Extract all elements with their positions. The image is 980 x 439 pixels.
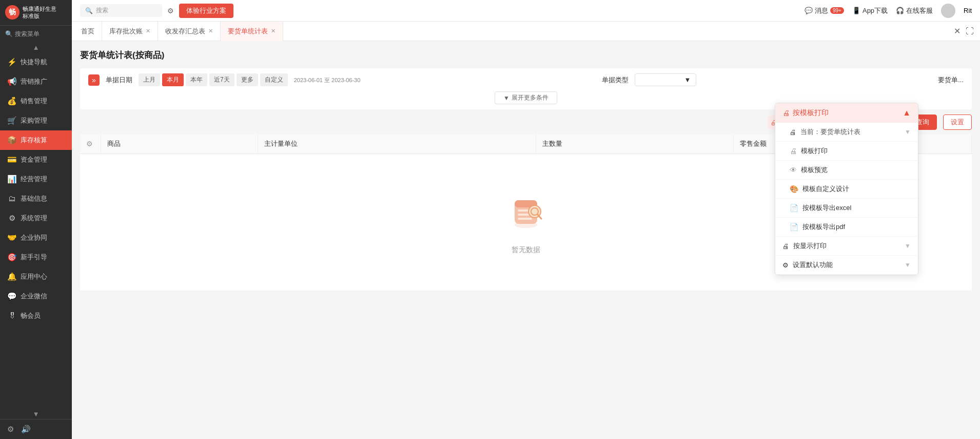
dropdown-item-template-print[interactable]: 🖨 模板打印 xyxy=(775,142,918,161)
tab-collection-summary[interactable]: 收发存汇总表 ✕ xyxy=(158,22,221,41)
filter-date-custom[interactable]: 自定义 xyxy=(260,73,288,86)
search-placeholder-text: 搜索 xyxy=(96,6,108,15)
dropdown-close-btn[interactable]: ▲ xyxy=(903,108,911,118)
logo-name: 畅康通好生意 xyxy=(23,5,56,12)
type-filter-label: 单据类型 xyxy=(602,75,629,85)
tab-home-label: 首页 xyxy=(81,27,94,36)
col-qty: 主数量 xyxy=(536,134,734,154)
sidebar-scroll-down[interactable]: ▼ xyxy=(0,409,72,419)
header-online-service[interactable]: 🎧 在线客服 xyxy=(896,6,933,15)
header-gear-icon[interactable]: ⚙ xyxy=(167,7,174,15)
tab-inventory-batch-label: 库存批次账 xyxy=(109,27,143,36)
sidebar-item-purchase[interactable]: 🛒 采购管理 xyxy=(0,111,72,130)
user-avatar[interactable] xyxy=(941,4,955,18)
system-icon: ⚙ xyxy=(7,214,16,223)
sidebar-search[interactable]: 🔍 搜索菜单 xyxy=(0,26,72,43)
empty-text: 暂无数据 xyxy=(512,245,540,255)
page-content: 要货单统计表(按商品) » 单据日期 上月 本月 本年 近7天 更多 自定义 2… xyxy=(72,41,980,439)
purchase-icon: 🛒 xyxy=(7,116,16,125)
svg-rect-4 xyxy=(518,214,530,216)
dropdown-item-set-default[interactable]: ⚙ 设置默认功能 ▼ xyxy=(775,256,918,275)
logo-sub: 标准版 xyxy=(23,12,56,20)
trial-button[interactable]: 体验行业方案 xyxy=(179,4,233,18)
expand-row: ▼ 展开更多条件 xyxy=(88,90,964,104)
filter-date-more[interactable]: 更多 xyxy=(237,73,258,86)
filter-date-this-year[interactable]: 本年 xyxy=(186,73,207,86)
sidebar-item-label: 资金管理 xyxy=(21,155,47,164)
tab-window-close-btn[interactable]: ✕ xyxy=(954,26,961,36)
sidebar-item-operation[interactable]: 📊 经营管理 xyxy=(0,169,72,189)
header-right: 💬 消息 99+ 📱 App下载 🎧 在线客服 Rit xyxy=(805,4,972,18)
dropdown-print-icon: 🖨 xyxy=(782,109,790,117)
dropdown-item-template-design[interactable]: 🎨 模板自定义设计 xyxy=(775,180,918,199)
sidebar-item-label: 基础信息 xyxy=(21,194,47,203)
tab-collection-summary-close[interactable]: ✕ xyxy=(208,28,213,34)
filter-collapse-btn[interactable]: » xyxy=(88,74,100,86)
sidebar-item-system[interactable]: ⚙ 系统管理 xyxy=(0,208,72,228)
header-messages[interactable]: 💬 消息 99+ xyxy=(805,6,844,15)
tab-home[interactable]: 首页 xyxy=(78,22,102,41)
expand-label: 展开更多条件 xyxy=(512,93,548,102)
filter-date-7days[interactable]: 近7天 xyxy=(209,73,234,86)
dropdown-current-item[interactable]: 🖨 当前：要货单统计表 ▼ xyxy=(775,123,918,142)
sidebar-item-appstore[interactable]: 🔔 应用中心 xyxy=(0,267,72,287)
dropdown-item-template-preview[interactable]: 👁 模板预览 xyxy=(775,161,918,180)
sidebar-item-label: 系统管理 xyxy=(21,214,47,223)
sidebar-item-finance[interactable]: 💳 资金管理 xyxy=(0,150,72,169)
expand-conditions-btn[interactable]: ▼ 展开更多条件 xyxy=(495,91,557,104)
sidebar-item-inventory[interactable]: 📦 库存核算 xyxy=(0,130,72,150)
template-pdf-icon: 📄 xyxy=(790,223,798,231)
appstore-icon: 🔔 xyxy=(7,272,16,281)
filter-date-current-month[interactable]: 本月 xyxy=(162,73,184,86)
sidebar-item-quick-nav[interactable]: ⚡ 快捷导航 xyxy=(0,52,72,72)
tab-inventory-batch-close[interactable]: ✕ xyxy=(146,28,150,34)
sidebar-item-wechat[interactable]: 💬 企业微信 xyxy=(0,287,72,306)
user-name: Rit xyxy=(964,7,972,14)
sidebar-item-marketing[interactable]: 📢 营销推广 xyxy=(0,72,72,91)
sidebar-scroll-up[interactable]: ▲ xyxy=(0,43,72,52)
footer-settings-icon[interactable]: ⚙ xyxy=(7,425,14,434)
sidebar-item-guide[interactable]: 🎯 新手引导 xyxy=(0,247,72,267)
table-col-settings-icon[interactable]: ⚙ xyxy=(86,140,93,148)
marketing-icon: 📢 xyxy=(7,77,16,86)
enterprise-icon: 🤝 xyxy=(7,233,16,242)
tabs-bar: 首页 库存批次账 ✕ 收发存汇总表 ✕ 要货单统计表 ✕ ✕ ⛶ xyxy=(72,22,980,41)
sidebar-item-label: 经营管理 xyxy=(21,175,47,184)
dropdown-item-display-print[interactable]: 🖨 按显示打印 ▼ xyxy=(775,237,918,256)
display-print-arrow: ▼ xyxy=(905,242,911,250)
app-download-label: App下载 xyxy=(863,6,888,15)
set-default-arrow: ▼ xyxy=(905,261,911,269)
tab-order-summary[interactable]: 要货单统计表 ✕ xyxy=(221,22,283,41)
tab-inventory-batch[interactable]: 库存批次账 ✕ xyxy=(102,22,158,41)
logo-icon: 畅 xyxy=(5,5,19,20)
header-app-download[interactable]: 📱 App下载 xyxy=(852,6,888,15)
sidebar-item-basic[interactable]: 🗂 基础信息 xyxy=(0,189,72,208)
sidebar-item-sales[interactable]: 💰 销售管理 xyxy=(0,91,72,111)
wechat-icon: 💬 xyxy=(7,292,16,301)
header-search-bar[interactable]: 🔍 搜索 xyxy=(80,4,162,17)
set-default-left: ⚙ 设置默认功能 xyxy=(782,260,833,270)
set-default-icon: ⚙ xyxy=(782,261,789,269)
sidebar-search-label: 搜索菜单 xyxy=(15,30,40,39)
basic-icon: 🗂 xyxy=(7,194,16,203)
settings-btn[interactable]: 设置 xyxy=(943,114,972,130)
filter-type-select[interactable]: ▼ xyxy=(635,73,696,86)
dropdown-item-template-pdf[interactable]: 📄 按模板导出pdf xyxy=(775,218,918,237)
sidebar-item-label: 畅会员 xyxy=(21,311,41,320)
template-print-label: 模板打印 xyxy=(801,146,828,156)
tab-order-summary-close[interactable]: ✕ xyxy=(271,28,276,34)
sidebar-item-label: 新手引导 xyxy=(21,253,47,262)
dropdown-item-template-excel[interactable]: 📄 按模板导出excel xyxy=(775,199,918,218)
sidebar-item-member[interactable]: 🎖 畅会员 xyxy=(0,306,72,326)
date-filter-label: 单据日期 xyxy=(106,75,132,85)
sales-icon: 💰 xyxy=(7,97,16,106)
message-icon: 💬 xyxy=(805,7,813,14)
footer-audio-icon[interactable]: 🔊 xyxy=(21,425,31,434)
tab-window-maximize-btn[interactable]: ⛶ xyxy=(966,27,974,36)
display-print-left: 🖨 按显示打印 xyxy=(782,241,827,251)
filter-date-prev-month[interactable]: 上月 xyxy=(139,73,160,86)
message-label: 消息 xyxy=(815,6,828,15)
sidebar-item-enterprise[interactable]: 🤝 企业协同 xyxy=(0,228,72,247)
col-unit: 主计量单位 xyxy=(258,134,536,154)
sidebar-item-label: 快捷导航 xyxy=(21,58,47,67)
